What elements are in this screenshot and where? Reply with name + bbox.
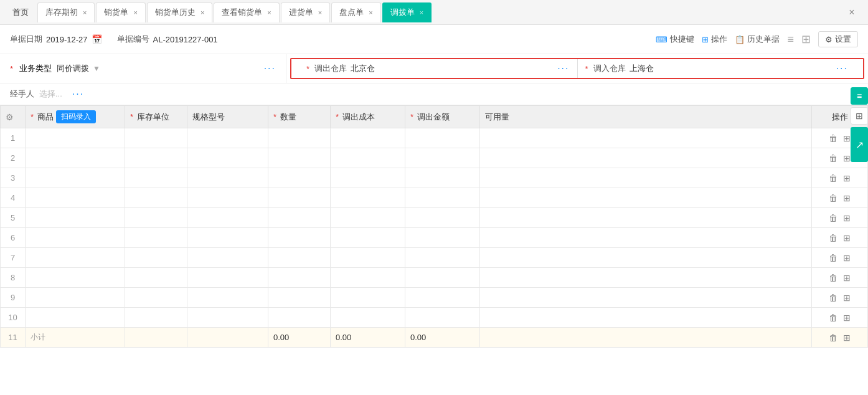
row-goods-5[interactable] [26,208,125,228]
row-amount-9[interactable] [405,288,480,308]
row-unit-10[interactable] [125,308,187,328]
row-cost-6[interactable] [331,228,405,248]
tab-home[interactable]: 首页 [5,2,36,22]
sidebar-grid-view-button[interactable]: ⊞ [851,107,868,125]
close-tab-view-sales[interactable]: × [267,9,271,16]
row-amount-5[interactable] [405,208,480,228]
scan-entry-button[interactable]: 扫码录入 [56,110,96,123]
row-unit-7[interactable] [125,248,187,268]
row-goods-9[interactable] [26,288,125,308]
row-amount-7[interactable] [405,248,480,268]
handler-more-icon[interactable]: ··· [72,88,84,100]
row-copy-icon-4[interactable]: ⊞ [841,193,852,203]
close-tab-inventory-init[interactable]: × [83,9,87,16]
row-amount-10[interactable] [405,308,480,328]
row-unit-2[interactable] [125,148,187,168]
sidebar-expand-button[interactable]: ↗ [851,127,868,162]
row-copy-icon-6[interactable]: ⊞ [841,233,852,243]
row-goods-7[interactable] [26,248,125,268]
close-tab-purchase[interactable]: × [318,9,322,16]
row-cost-4[interactable] [331,188,405,208]
row-spec-7[interactable] [187,248,268,268]
row-qty-4[interactable] [268,188,331,208]
biz-type-more-icon[interactable]: ··· [264,63,276,74]
row-spec-10[interactable] [187,308,268,328]
row-amount-4[interactable] [405,188,480,208]
sidebar-list-view-button[interactable]: ≡ [851,87,868,105]
row-qty-6[interactable] [268,228,331,248]
row-delete-icon-11[interactable]: 🗑 [827,333,839,343]
row-cost-9[interactable] [331,288,405,308]
row-qty-3[interactable] [268,168,331,188]
close-tab-sales-history[interactable]: × [200,9,204,16]
in-wh-more-icon[interactable]: ··· [836,63,848,74]
row-cost-1[interactable] [331,128,405,148]
row-cost-2[interactable] [331,148,405,168]
biz-type-dropdown-icon[interactable]: ▼ [93,64,100,73]
row-goods-2[interactable] [26,148,125,168]
row-cost-7[interactable] [331,248,405,268]
row-spec-5[interactable] [187,208,268,228]
row-copy-icon-9[interactable]: ⊞ [841,293,852,303]
settings-button[interactable]: ⚙ 设置 [818,31,858,47]
handler-select[interactable]: 选择... [39,88,62,100]
row-qty-10[interactable] [268,308,331,328]
row-spec-9[interactable] [187,288,268,308]
row-unit-8[interactable] [125,268,187,288]
row-delete-icon-2[interactable]: 🗑 [827,153,839,163]
tab-stocktake[interactable]: 盘点单 × [331,2,380,22]
operations-button[interactable]: ⊞ 操作 [702,34,727,45]
row-qty-9[interactable] [268,288,331,308]
row-amount-8[interactable] [405,268,480,288]
row-qty-8[interactable] [268,268,331,288]
row-unit-1[interactable] [125,128,187,148]
shortcuts-button[interactable]: ⌨ 快捷键 [656,34,694,45]
close-tab-sales-order[interactable]: × [133,9,137,16]
row-unit-9[interactable] [125,288,187,308]
row-unit-4[interactable] [125,188,187,208]
row-amount-1[interactable] [405,128,480,148]
row-cost-8[interactable] [331,268,405,288]
row-spec-4[interactable] [187,188,268,208]
row-copy-icon-10[interactable]: ⊞ [841,313,852,323]
row-delete-icon-7[interactable]: 🗑 [827,253,839,263]
row-amount-3[interactable] [405,168,480,188]
tab-view-sales[interactable]: 查看销货单 × [214,2,279,22]
row-copy-icon-7[interactable]: ⊞ [841,253,852,263]
row-spec-1[interactable] [187,128,268,148]
row-amount-6[interactable] [405,228,480,248]
row-spec-3[interactable] [187,168,268,188]
row-unit-3[interactable] [125,168,187,188]
row-copy-icon-3[interactable]: ⊞ [841,173,852,183]
row-amount-2[interactable] [405,148,480,168]
out-wh-more-icon[interactable]: ··· [557,63,569,74]
row-unit-5[interactable] [125,208,187,228]
row-delete-icon-8[interactable]: 🗑 [827,273,839,283]
row-goods-8[interactable] [26,268,125,288]
row-qty-7[interactable] [268,248,331,268]
row-copy-icon-11[interactable]: ⊞ [841,333,852,343]
close-tab-stocktake[interactable]: × [369,9,372,16]
row-delete-icon-9[interactable]: 🗑 [827,293,839,303]
row-qty-5[interactable] [268,208,331,228]
tab-purchase[interactable]: 进货单 × [281,2,330,22]
row-delete-icon-4[interactable]: 🗑 [827,193,839,203]
row-cost-3[interactable] [331,168,405,188]
row-spec-2[interactable] [187,148,268,168]
row-qty-2[interactable] [268,148,331,168]
row-unit-6[interactable] [125,228,187,248]
history-button[interactable]: 📋 历史单据 [735,34,780,45]
tab-inventory-init[interactable]: 库存期初 × [37,2,95,22]
row-goods-6[interactable] [26,228,125,248]
close-tab-transfer[interactable]: × [420,9,423,16]
row-goods-10[interactable] [26,308,125,328]
row-delete-icon-6[interactable]: 🗑 [827,233,839,243]
tab-sales-order[interactable]: 销货单 × [96,2,145,22]
row-delete-icon-5[interactable]: 🗑 [827,213,839,223]
row-delete-icon-10[interactable]: 🗑 [827,313,839,323]
row-goods-4[interactable] [26,188,125,208]
tab-transfer[interactable]: 调拨单 × [382,2,432,22]
biz-type-select[interactable]: 同价调拨 ▼ [57,63,100,74]
row-cost-5[interactable] [331,208,405,228]
window-close-button[interactable]: × [841,1,863,24]
